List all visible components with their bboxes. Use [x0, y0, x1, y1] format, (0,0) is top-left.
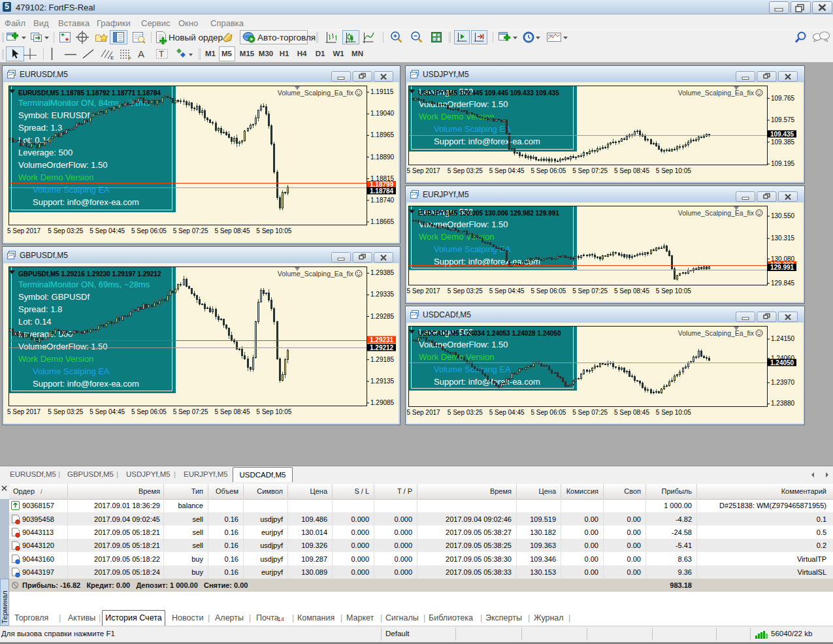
svg-text:0.00: 0.00 [627, 515, 641, 523]
svg-text:5 Sep 07:25: 5 Sep 07:25 [572, 167, 608, 174]
svg-text:983.18: 983.18 [670, 581, 692, 589]
svg-text:90443197: 90443197 [22, 568, 54, 576]
svg-text:1.18890: 1.18890 [370, 153, 395, 161]
svg-text:109.486: 109.486 [301, 515, 327, 523]
svg-text:5 Sep 03:25: 5 Sep 03:25 [48, 227, 83, 234]
svg-text:USDJPYf,M5 109.445 109.445 10: USDJPYf,M5 109.445 109.445 109.433 109.4… [418, 89, 559, 97]
svg-text:1.19040: 1.19040 [370, 110, 395, 117]
svg-text:Volume_Scalping_Ea_fix: Volume_Scalping_Ea_fix [278, 270, 354, 278]
svg-text:5 Sep 03:25: 5 Sep 03:25 [448, 409, 483, 416]
svg-text:0.16: 0.16 [225, 528, 238, 536]
svg-text:90443160: 90443160 [22, 555, 54, 563]
svg-text:1.29085: 1.29085 [370, 399, 395, 406]
svg-text:Тип: Тип [191, 487, 203, 495]
svg-text:5 Sep 08:45: 5 Sep 08:45 [215, 227, 250, 234]
svg-text:Support: info@forex-ea.com: Support: info@forex-ea.com [434, 257, 540, 266]
svg-text:M1: M1 [205, 50, 216, 57]
svg-text:usdjpyf: usdjpyf [260, 515, 284, 523]
svg-text:130.315: 130.315 [771, 234, 795, 242]
svg-text:5 Sep 04:45: 5 Sep 04:45 [90, 227, 125, 234]
svg-text:M15: M15 [240, 50, 255, 57]
svg-text:2017.09.05 05:38:30: 2017.09.05 05:38:30 [446, 555, 512, 563]
svg-text:129.845: 129.845 [771, 280, 795, 287]
svg-text:Терминал: Терминал [1, 590, 8, 624]
svg-text:0.000: 0.000 [394, 528, 412, 536]
svg-text:0.000: 0.000 [394, 555, 412, 563]
svg-text:Volume Scalping EA: Volume Scalping EA [434, 244, 511, 254]
svg-text:8.63: 8.63 [678, 555, 692, 563]
svg-text:Work Demo Version: Work Demo Version [419, 352, 494, 362]
svg-text:5 Sep 07:25: 5 Sep 07:25 [572, 409, 608, 416]
svg-text:VolumeOrderFlow: 1.50: VolumeOrderFlow: 1.50 [18, 342, 108, 351]
svg-text:5 Sep 04:45: 5 Sep 04:45 [489, 167, 525, 174]
svg-text:5 Sep 03:25: 5 Sep 03:25 [448, 287, 483, 295]
svg-text:Support: info@forex-ea.com: Support: info@forex-ea.com [33, 379, 139, 389]
svg-text:0.16: 0.16 [225, 555, 238, 563]
svg-text:Прибыль: Прибыль [661, 487, 692, 495]
svg-text:eurjpyf: eurjpyf [261, 568, 284, 576]
svg-text:VirtualSL: VirtualSL [798, 568, 826, 576]
svg-text:1.29212: 1.29212 [370, 344, 394, 351]
svg-text:1.24150: 1.24150 [771, 335, 795, 342]
svg-text:1.29135: 1.29135 [370, 378, 395, 385]
svg-text:5 Sep 10:05: 5 Sep 10:05 [256, 408, 291, 415]
svg-text:109.195: 109.195 [771, 160, 795, 167]
svg-text:Spread: 1.8: Spread: 1.8 [18, 304, 62, 314]
svg-text:sell: sell [192, 541, 203, 549]
svg-text:EURUSDf,M5 1.18785 1.18792 1.: EURUSDf,M5 1.18785 1.18792 1.18771 1.187… [18, 89, 161, 97]
svg-text:D1: D1 [316, 50, 325, 57]
svg-text:Своп: Своп [624, 487, 641, 495]
svg-text:130.153: 130.153 [530, 568, 556, 576]
svg-text:0.00: 0.00 [585, 568, 598, 576]
svg-text:EURJPYf,M5: EURJPYf,M5 [423, 190, 469, 199]
svg-text:130.182: 130.182 [530, 528, 556, 536]
svg-text:Символ: Символ [257, 487, 283, 495]
svg-text:5 Sep 08:45: 5 Sep 08:45 [215, 408, 250, 415]
svg-text:0.000: 0.000 [351, 568, 369, 576]
svg-text:0.00: 0.00 [585, 541, 598, 549]
svg-text:EURJPYf,M5 130.005 130.006 12: EURJPYf,M5 130.005 130.006 129.982 129.9… [418, 210, 559, 217]
svg-text:2017.09.01 18:36:29: 2017.09.01 18:36:29 [94, 502, 160, 509]
svg-text:130.550: 130.550 [771, 212, 795, 219]
svg-text:5 Sep 06:05: 5 Sep 06:05 [531, 287, 566, 295]
svg-text:5 Sep 04:45: 5 Sep 04:45 [489, 287, 525, 295]
svg-text:F: F [128, 56, 131, 61]
svg-text:0.2: 0.2 [817, 541, 826, 549]
svg-text:H4: H4 [297, 50, 307, 57]
svg-text:5 Sep 03:25: 5 Sep 03:25 [48, 408, 83, 415]
svg-text:1.29285: 1.29285 [370, 313, 395, 320]
svg-text:9.36: 9.36 [678, 568, 692, 576]
svg-text:90395458: 90395458 [22, 515, 54, 523]
svg-text:Lot: 0.14: Lot: 0.14 [18, 317, 52, 327]
svg-text:5 Sep 2017: 5 Sep 2017 [406, 287, 440, 295]
svg-text:buy: buy [191, 568, 203, 576]
svg-text:Объем: Объем [216, 487, 238, 495]
svg-text:S / L: S / L [354, 487, 369, 495]
svg-text:0.1: 0.1 [817, 515, 826, 523]
svg-text:TerminalMonitor ON, 69ms, ~28m: TerminalMonitor ON, 69ms, ~28ms [18, 280, 150, 289]
svg-text:0.000: 0.000 [351, 541, 369, 549]
svg-text:109.363: 109.363 [530, 541, 556, 549]
svg-text:Время: Время [139, 487, 160, 495]
svg-text:2017.09.05 05:38:27: 2017.09.05 05:38:27 [446, 528, 512, 536]
svg-text:1.29185: 1.29185 [370, 356, 395, 363]
svg-text:Volume Scalping EA: Volume Scalping EA [434, 124, 511, 134]
svg-text:sell: sell [192, 528, 203, 536]
svg-text:1.18784: 1.18784 [370, 187, 394, 195]
svg-text:0.00: 0.00 [585, 555, 598, 563]
svg-text:Work Demo Version: Work Demo Version [419, 112, 494, 121]
svg-text:5 Sep 10:05: 5 Sep 10:05 [656, 167, 691, 174]
svg-text:1.29335: 1.29335 [370, 291, 395, 298]
svg-text:Volume_Scalping_Ea_fix: Volume_Scalping_Ea_fix [278, 89, 354, 97]
svg-text:5 Sep 08:45: 5 Sep 08:45 [614, 167, 649, 174]
svg-text:Цена: Цена [310, 487, 328, 495]
svg-text:109.575: 109.575 [771, 116, 795, 123]
svg-text:M5: M5 [221, 50, 233, 57]
svg-text:Symbol: EURUSDf: Symbol: EURUSDf [18, 110, 90, 120]
svg-text:5 Sep 06:05: 5 Sep 06:05 [531, 167, 566, 174]
svg-text:130.089: 130.089 [301, 568, 327, 576]
svg-text:109.287: 109.287 [301, 555, 327, 563]
svg-text:Новый ордер: Новый ордер [169, 33, 223, 42]
svg-text:Support: info@forex-ea.com: Support: info@forex-ea.com [434, 137, 540, 146]
svg-text:MN: MN [351, 50, 363, 57]
